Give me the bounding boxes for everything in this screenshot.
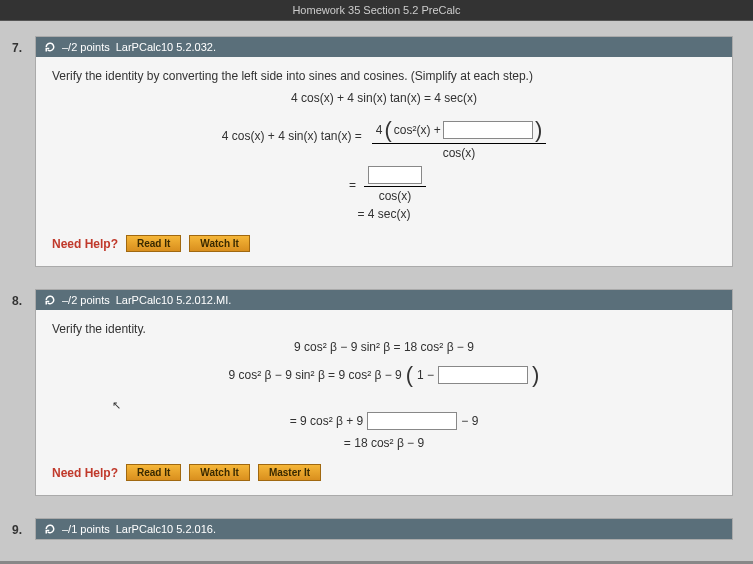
page-content: 7. –/2 points LarPCalc10 5.2.032. Verify… xyxy=(0,21,753,561)
work-line-1: 9 cos² β − 9 sin² β = 9 cos² β − 9 ( 1 −… xyxy=(229,364,540,386)
line2-post: − 9 xyxy=(461,414,478,428)
question-number: 7. xyxy=(12,41,22,55)
denominator-2: cos(x) xyxy=(375,187,416,203)
work-lhs: 4 cos(x) + 4 sin(x) tan(x) = xyxy=(222,119,362,143)
help-label: Need Help? xyxy=(52,237,118,251)
reference-label: LarPCalc10 5.2.032. xyxy=(116,41,216,53)
numerator-1: 4 ( cos²(x) + ) xyxy=(372,119,546,144)
help-row: Need Help? Read It Watch It xyxy=(52,235,716,252)
reference-label: LarPCalc10 5.2.016. xyxy=(116,523,216,535)
answer-input-1[interactable] xyxy=(443,121,533,139)
restart-icon[interactable] xyxy=(44,41,56,53)
line1-paren-expr: 1 − xyxy=(417,368,434,382)
question-prompt: Verify the identity. xyxy=(52,322,716,336)
line2-pre: = 9 cos² β + 9 xyxy=(290,414,364,428)
work-area: 4 cos(x) + 4 sin(x) tan(x) = 4 ( cos²(x)… xyxy=(52,119,716,160)
answer-input-3[interactable] xyxy=(438,366,528,384)
question-prompt: Verify the identity by converting the le… xyxy=(52,69,716,83)
step-2: = cos(x) xyxy=(52,166,716,203)
question-header: –/2 points LarPCalc10 5.2.032. xyxy=(36,37,732,57)
help-label: Need Help? xyxy=(52,466,118,480)
question-8: 8. –/2 points LarPCalc10 5.2.012.MI. Ver… xyxy=(35,289,733,496)
num-coef: 4 xyxy=(376,123,383,137)
numerator-2 xyxy=(364,166,426,187)
question-number: 8. xyxy=(12,294,22,308)
open-paren: ( xyxy=(406,364,413,386)
cursor-indicator: ↖ xyxy=(114,392,123,406)
read-it-button[interactable]: Read It xyxy=(126,235,181,252)
question-7: 7. –/2 points LarPCalc10 5.2.032. Verify… xyxy=(35,36,733,267)
work-rhs: 4 ( cos²(x) + ) cos(x) xyxy=(372,119,546,160)
equals-sign: = xyxy=(342,178,356,192)
question-body: Verify the identity by converting the le… xyxy=(36,57,732,266)
points-label: –/2 points xyxy=(62,41,110,53)
identity-equation: 4 cos(x) + 4 sin(x) tan(x) = 4 sec(x) xyxy=(52,91,716,105)
restart-icon[interactable] xyxy=(44,294,56,306)
answer-input-4[interactable] xyxy=(367,412,457,430)
question-header: –/1 points LarPCalc10 5.2.016. xyxy=(36,519,732,539)
work-stack: 9 cos² β − 9 sin² β = 9 cos² β − 9 ( 1 −… xyxy=(52,364,716,450)
watch-it-button[interactable]: Watch It xyxy=(189,464,250,481)
question-number: 9. xyxy=(12,523,22,537)
denominator-1: cos(x) xyxy=(439,144,480,160)
question-9: 9. –/1 points LarPCalc10 5.2.016. xyxy=(35,518,733,540)
points-label: –/1 points xyxy=(62,523,110,535)
result-line: = 4 sec(x) xyxy=(52,207,716,221)
watch-it-button[interactable]: Watch It xyxy=(189,235,250,252)
num-expr: cos²(x) + xyxy=(394,123,441,137)
help-row: Need Help? Read It Watch It Master It xyxy=(52,464,716,481)
fraction-1: 4 ( cos²(x) + ) cos(x) xyxy=(372,119,546,160)
identity-equation: 9 cos² β − 9 sin² β = 18 cos² β − 9 xyxy=(52,340,716,354)
close-paren: ) xyxy=(535,119,542,141)
line1-lhs: 9 cos² β − 9 sin² β = 9 cos² β − 9 xyxy=(229,368,402,382)
question-header: –/2 points LarPCalc10 5.2.012.MI. xyxy=(36,290,732,310)
line3: = 18 cos² β − 9 xyxy=(344,436,424,450)
fraction-2: cos(x) xyxy=(364,166,426,203)
points-label: –/2 points xyxy=(62,294,110,306)
close-paren: ) xyxy=(532,364,539,386)
restart-icon[interactable] xyxy=(44,523,56,535)
answer-input-2[interactable] xyxy=(368,166,422,184)
reference-label: LarPCalc10 5.2.012.MI. xyxy=(116,294,232,306)
work-line-2: = 9 cos² β + 9 − 9 xyxy=(290,412,479,430)
cursor-icon: ↖ xyxy=(112,399,121,411)
question-body: Verify the identity. 9 cos² β − 9 sin² β… xyxy=(36,310,732,495)
window-title: Homework 35 Section 5.2 PreCalc xyxy=(292,4,460,16)
window-titlebar: Homework 35 Section 5.2 PreCalc xyxy=(0,0,753,21)
read-it-button[interactable]: Read It xyxy=(126,464,181,481)
master-it-button[interactable]: Master It xyxy=(258,464,321,481)
work-line-3: = 18 cos² β − 9 xyxy=(344,436,424,450)
open-paren: ( xyxy=(385,119,392,141)
